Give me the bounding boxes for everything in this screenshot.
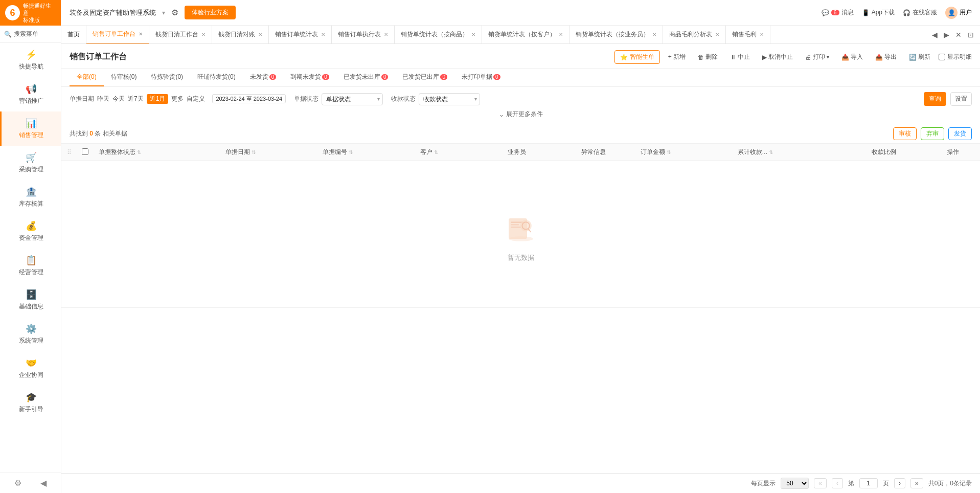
last-page-btn[interactable]: » xyxy=(910,478,923,488)
subtab-pending-inspection[interactable]: 待拣验货(0) xyxy=(144,69,190,86)
export-button[interactable]: 📤 导出 xyxy=(871,51,901,63)
show-detail-checkbox[interactable]: 显示明细 xyxy=(939,53,972,61)
tabs-expand-btn[interactable]: ⊡ xyxy=(966,30,976,40)
cancel-suspend-button[interactable]: ▶ 取消中止 xyxy=(758,51,797,63)
tabs-prev-btn[interactable]: ◀ xyxy=(930,30,940,40)
first-page-btn[interactable]: « xyxy=(814,478,827,488)
sidebar-bottom: ⚙ ◀ xyxy=(0,473,61,493)
message-item[interactable]: 💬 6 消息 xyxy=(822,8,854,17)
th-status[interactable]: 单据整体状态 ⇅ xyxy=(94,144,220,161)
refresh-button[interactable]: 🔄 刷新 xyxy=(905,51,935,63)
subtab-wangpu-pending[interactable]: 旺铺待发货(0) xyxy=(190,69,243,86)
sidebar-item-sales[interactable]: 📊 销售管理 xyxy=(0,111,61,146)
date-yesterday[interactable]: 昨天 xyxy=(97,95,109,103)
th-cumulative[interactable]: 累计收款... ⇅ xyxy=(733,144,842,161)
subtab-overdue-unshipped[interactable]: 到期未发货0 xyxy=(283,69,336,86)
date-7days[interactable]: 近7天 xyxy=(128,95,144,103)
tab-daily-clear[interactable]: 钱货日清工作台 ✕ xyxy=(149,26,212,44)
tab-order-exec-close[interactable]: ✕ xyxy=(384,32,388,37)
date-more[interactable]: 更多 xyxy=(171,95,184,103)
user-menu[interactable]: 👤 用户 xyxy=(945,7,972,19)
tab-sales-workbench[interactable]: 销售订单工作台 ✕ xyxy=(86,26,149,44)
tabs-navigation: ◀ ▶ ✕ ⊡ xyxy=(926,30,980,40)
page-end-label: 页 xyxy=(883,479,889,488)
subtab-pending-audit[interactable]: 待审核(0) xyxy=(104,69,144,86)
show-detail-input[interactable] xyxy=(939,54,945,60)
select-all-checkbox[interactable] xyxy=(82,148,88,155)
tabs-close-btn[interactable]: ✕ xyxy=(953,30,964,40)
tab-reconciliation-close[interactable]: ✕ xyxy=(258,32,262,37)
import-button[interactable]: 📥 导入 xyxy=(837,51,867,63)
tab-sales-by-product-close[interactable]: ✕ xyxy=(471,32,475,37)
online-service-item[interactable]: 🎧 在线客服 xyxy=(903,8,937,17)
audit-button[interactable]: 审核 xyxy=(893,127,917,140)
page-size-select[interactable]: 10 20 50 100 xyxy=(781,478,809,489)
tab-reconciliation-label: 钱货日清对账 xyxy=(218,30,255,39)
filter-settings-button[interactable]: 设置 xyxy=(950,92,972,106)
th-checkbox[interactable] xyxy=(77,144,94,161)
sidebar-search[interactable]: 🔍 搜索菜单 xyxy=(0,26,61,43)
th-amount[interactable]: 订单金额 ⇅ xyxy=(635,144,733,161)
subtab-unshipped[interactable]: 未发货0 xyxy=(243,69,284,86)
topbar-settings-icon[interactable]: ⚙ xyxy=(171,8,178,17)
sidebar-item-purchase[interactable]: 🛒 采购管理 xyxy=(0,146,61,180)
status-select[interactable]: 单据状态 xyxy=(322,93,383,105)
tab-sales-by-customer-close[interactable]: ✕ xyxy=(559,32,563,37)
th-date[interactable]: 单据日期 ⇅ xyxy=(220,144,317,161)
th-customer[interactable]: 客户 ⇅ xyxy=(415,144,483,161)
sidebar-settings-btn[interactable]: ⚙ xyxy=(14,478,21,488)
tab-sales-by-product[interactable]: 销货单统计表（按商品） ✕ xyxy=(395,26,482,44)
smart-gen-button[interactable]: ⭐ 智能生单 xyxy=(614,50,660,64)
payment-select[interactable]: 收款状态 xyxy=(419,93,480,105)
date-1month[interactable]: 近1月 xyxy=(147,94,169,104)
tab-daily-clear-close[interactable]: ✕ xyxy=(201,32,206,37)
tabs-next-btn[interactable]: ▶ xyxy=(942,30,951,40)
th-number[interactable]: 单据编号 ⇅ xyxy=(317,144,415,161)
sidebar-item-inventory[interactable]: 🏦 库存核算 xyxy=(0,180,61,214)
ship-button[interactable]: 发货 xyxy=(948,127,972,140)
th-drag: ⠿ xyxy=(61,144,77,161)
subtab-unprinted[interactable]: 未打印单据0 xyxy=(454,69,508,86)
add-button[interactable]: + 新增 xyxy=(664,51,690,63)
industry-solution-button[interactable]: 体验行业方案 xyxy=(185,6,236,19)
tab-sales-workbench-close[interactable]: ✕ xyxy=(139,31,143,37)
tab-sales-by-customer[interactable]: 销货单统计表（按客户） ✕ xyxy=(482,26,569,44)
page-number-input[interactable] xyxy=(859,478,878,488)
tab-sales-margin[interactable]: 销售毛利 ✕ xyxy=(726,26,770,44)
sidebar-item-enterprise[interactable]: 🤝 企业协同 xyxy=(0,351,61,386)
tab-reconciliation[interactable]: 钱货日清对账 ✕ xyxy=(212,26,269,44)
print-button[interactable]: 🖨 打印 ▾ xyxy=(801,51,833,63)
tab-order-stats[interactable]: 销售订单统计表 ✕ xyxy=(269,26,332,44)
th-staff: 业务员 xyxy=(483,144,552,161)
revoke-button[interactable]: 弃审 xyxy=(921,127,944,140)
expand-conditions-btn[interactable]: ⌄ 展开更多条件 xyxy=(499,110,543,119)
tab-sales-by-staff[interactable]: 销货单统计表（按业务员） ✕ xyxy=(569,26,663,44)
sidebar-item-guide[interactable]: 🎓 新手引导 xyxy=(0,386,61,420)
tab-order-stats-close[interactable]: ✕ xyxy=(321,32,325,37)
tab-sales-by-staff-close[interactable]: ✕ xyxy=(652,32,656,37)
sidebar-item-finance[interactable]: 💰 资金管理 xyxy=(0,214,61,249)
suspend-button[interactable]: ⏸ 中止 xyxy=(726,51,754,63)
sidebar-item-system[interactable]: ⚙️ 系统管理 xyxy=(0,317,61,351)
tab-gross-profit[interactable]: 商品毛利分析表 ✕ xyxy=(663,26,726,44)
sidebar-item-operation[interactable]: 📋 经营管理 xyxy=(0,249,61,283)
sidebar-item-marketing[interactable]: 📢 营销推广 xyxy=(0,77,61,111)
user-icon: 👤 xyxy=(948,9,955,16)
tab-sales-margin-close[interactable]: ✕ xyxy=(760,32,764,37)
subtab-shipped-out[interactable]: 已发货已出库0 xyxy=(395,69,454,86)
sidebar-collapse-btn[interactable]: ◀ xyxy=(40,478,47,488)
subtab-all[interactable]: 全部(0) xyxy=(70,69,104,86)
sidebar-item-nav[interactable]: ⚡ 快捷导航 xyxy=(0,43,61,77)
search-button[interactable]: 查询 xyxy=(924,92,946,106)
date-custom[interactable]: 自定义 xyxy=(187,95,205,103)
tab-order-exec[interactable]: 销售订单执行表 ✕ xyxy=(332,26,395,44)
date-today[interactable]: 今天 xyxy=(112,95,125,103)
next-page-btn[interactable]: › xyxy=(894,478,905,488)
sidebar-item-base[interactable]: 🗄️ 基础信息 xyxy=(0,283,61,317)
prev-page-btn[interactable]: ‹ xyxy=(832,478,843,488)
tab-gross-profit-close[interactable]: ✕ xyxy=(715,32,719,37)
delete-button[interactable]: 🗑 删除 xyxy=(694,51,722,63)
tab-home[interactable]: 首页 xyxy=(61,26,86,44)
subtab-shipped-not-out[interactable]: 已发货未出库0 xyxy=(336,69,396,86)
app-download-item[interactable]: 📱 App下载 xyxy=(862,8,895,17)
